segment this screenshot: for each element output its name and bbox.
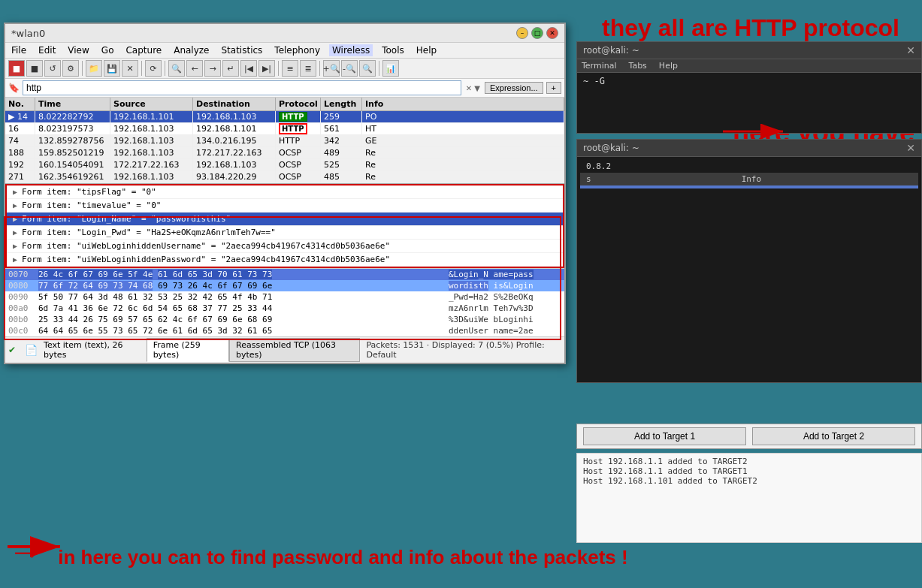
menu-go[interactable]: Go <box>98 44 117 56</box>
toolbar-back[interactable]: ← <box>186 60 203 77</box>
toolbar-sep2 <box>141 61 142 76</box>
toolbar-sep5 <box>319 61 320 76</box>
menu-analyze[interactable]: Analyze <box>171 44 212 56</box>
row14-info: PO <box>362 111 564 122</box>
add-expression-button[interactable]: + <box>546 82 561 94</box>
toolbar-zoom-reset[interactable]: 🔍 <box>359 60 376 77</box>
row14-no: ▶ 14 <box>5 111 35 122</box>
menu-help[interactable]: Help <box>413 44 440 56</box>
row14-src: 192.168.1.101 <box>110 111 193 122</box>
toolbar-start[interactable]: ■ <box>8 60 25 77</box>
status-tab-reassembled[interactable]: Reassembled TCP (1063 bytes) <box>229 338 360 362</box>
wireshark-window: *wlan0 – □ ✕ File Edit View Go Capture A… <box>4 23 566 364</box>
row271-proto: OCSP <box>276 171 321 182</box>
toolbar-restart[interactable]: ↺ <box>44 60 61 77</box>
toolbar-autoscroll[interactable]: ≡ <box>282 60 298 77</box>
toolbar-first[interactable]: |◀ <box>240 60 257 77</box>
packet-row-14[interactable]: ▶ 14 8.022282792 192.168.1.101 192.168.1… <box>5 111 564 123</box>
close-button[interactable]: ✕ <box>546 27 558 39</box>
toolbar-forward[interactable]: → <box>204 60 221 77</box>
add-to-target1-button[interactable]: Add to Target 1 <box>583 427 746 445</box>
add-to-target2-button[interactable]: Add to Target 2 <box>752 427 915 445</box>
packet-row-192[interactable]: 192 160.154054091 172.217.22.163 192.168… <box>5 159 564 171</box>
detail-row-2[interactable]: ▶ Form item: "timevalue" = "0" <box>7 199 563 213</box>
packet-list-header: No. Time Source Destination Protocol Len… <box>5 98 564 111</box>
row74-src: 192.168.1.103 <box>110 135 193 146</box>
hex-offset-0090: 0090 <box>8 292 38 302</box>
menu-wireless[interactable]: Wireless <box>329 44 373 56</box>
hex-offset-0080: 0080 <box>8 281 38 291</box>
packet-list-section: No. Time Source Destination Protocol Len… <box>5 98 564 184</box>
hex-offset-00c0: 00c0 <box>8 326 38 336</box>
toolbar-sep4 <box>278 61 279 76</box>
maximize-button[interactable]: □ <box>531 27 543 39</box>
filter-clear[interactable]: ✕ ▼ <box>464 84 482 92</box>
toolbar-options[interactable]: ⚙ <box>62 60 79 77</box>
toolbar-save[interactable]: 💾 <box>104 60 120 77</box>
hex-bytes-00a0: 6d 7a 41 36 6e 72 6c 6d 54 65 68 37 77 2… <box>38 303 449 313</box>
row192-proto: OCSP <box>276 159 321 170</box>
row14-proto: HTTP <box>276 111 321 122</box>
toolbar-close-file[interactable]: ✕ <box>122 60 138 77</box>
row16-no: 16 <box>5 123 35 134</box>
menu-file[interactable]: File <box>8 44 29 56</box>
terminal-menu-help[interactable]: Help <box>657 60 679 71</box>
status-tab-frame[interactable]: Frame (259 bytes) <box>147 338 229 362</box>
detail-row-5[interactable]: ▶ Form item: "uiWebLoginhiddenUsername" … <box>7 240 563 253</box>
toolbar-return[interactable]: ↵ <box>222 60 239 77</box>
hex-bytes-0090: 5f 50 77 64 3d 48 61 32 53 25 32 42 65 4… <box>38 292 449 302</box>
menu-edit[interactable]: Edit <box>35 44 59 56</box>
menu-view[interactable]: View <box>65 44 92 56</box>
terminal-titlebar-1: root@kali: ~ ✕ <box>577 42 921 59</box>
packet-row-271[interactable]: 271 162.354619261 192.168.1.103 93.184.2… <box>5 171 564 183</box>
expression-button[interactable]: Expression... <box>485 82 543 94</box>
row188-time: 159.852501219 <box>35 147 110 158</box>
col-header-source: Source <box>110 98 193 110</box>
row16-proto: HTTP <box>276 123 321 134</box>
detail-text-3: Form item: "Login_Name" = "passwordisthi… <box>22 214 231 224</box>
terminal-menu-tabs[interactable]: Tabs <box>627 60 648 71</box>
row271-len: 485 <box>321 171 362 182</box>
log-entry-3: Host 192.168.1.101 added to TARGET2 <box>583 476 915 486</box>
minimize-button[interactable]: – <box>516 27 528 39</box>
toolbar-zoom-in[interactable]: +🔍 <box>323 60 340 77</box>
packet-row-16[interactable]: 16 8.023197573 192.168.1.103 192.168.1.1… <box>5 123 564 135</box>
status-packets-info: Packets: 1531 · Displayed: 7 (0.5%) Prof… <box>366 340 561 360</box>
terminal-close-2[interactable]: ✕ <box>906 142 915 154</box>
terminal-close-1[interactable]: ✕ <box>906 44 915 56</box>
detail-row-4[interactable]: ▶ Form item: "Login_Pwd" = "Ha2S+eOKqmzA… <box>7 226 563 240</box>
status-checkmark: ✔ <box>8 345 16 355</box>
toolbar-find[interactable]: 🔍 <box>168 60 185 77</box>
toolbar-graph[interactable]: 📊 <box>382 60 399 77</box>
row188-no: 188 <box>5 147 35 158</box>
toolbar-sep6 <box>379 61 379 76</box>
filter-input[interactable] <box>23 80 461 95</box>
packet-row-188[interactable]: 188 159.852501219 192.168.1.103 172.217.… <box>5 147 564 159</box>
packet-row-74[interactable]: 74 132.859278756 192.168.1.103 134.0.216… <box>5 135 564 147</box>
col-info-label: Info <box>742 174 762 184</box>
hex-offset-0070: 0070 <box>8 270 38 279</box>
menu-statistics[interactable]: Statistics <box>218 44 265 56</box>
toolbar-open[interactable]: 📁 <box>86 60 102 77</box>
hex-pane: 0070 26 4c 6f 67 69 6e 5f 4e 61 6d 65 3d… <box>5 268 564 336</box>
terminal-version: 0.8.2 <box>580 160 918 173</box>
detail-row-3[interactable]: ▶ Form item: "Login_Name" = "passwordist… <box>7 213 563 226</box>
toolbar-col[interactable]: ≣ <box>300 60 316 77</box>
toolbar-zoom-out[interactable]: -🔍 <box>341 60 358 77</box>
detail-text-2: Form item: "timevalue" = "0" <box>22 201 161 210</box>
toolbar-last[interactable]: ▶| <box>258 60 275 77</box>
row271-dst: 93.184.220.29 <box>193 171 276 182</box>
hex-ascii-00a0: mzA6nrlm Teh7w%3D <box>449 303 561 313</box>
toolbar-reload[interactable]: ⟳ <box>145 60 162 77</box>
terminal-target-row-2[interactable] <box>580 188 918 191</box>
menu-telephony[interactable]: Telephony <box>271 44 323 56</box>
terminal-menu-terminal[interactable]: Terminal <box>580 60 618 71</box>
title-bar: *wlan0 – □ ✕ <box>5 24 564 43</box>
window-title: *wlan0 <box>11 28 45 39</box>
detail-row-1[interactable]: ▶ Form item: "tipsFlag" = "0" <box>7 185 563 199</box>
menu-capture[interactable]: Capture <box>122 44 165 56</box>
toolbar-stop[interactable]: ■ <box>26 60 43 77</box>
detail-row-6[interactable]: ▶ Form item: "uiWebLoginhiddenPassword" … <box>7 253 563 267</box>
log-entry-1: Host 192.168.1.1 added to TARGET2 <box>583 457 915 466</box>
menu-tools[interactable]: Tools <box>379 44 407 56</box>
